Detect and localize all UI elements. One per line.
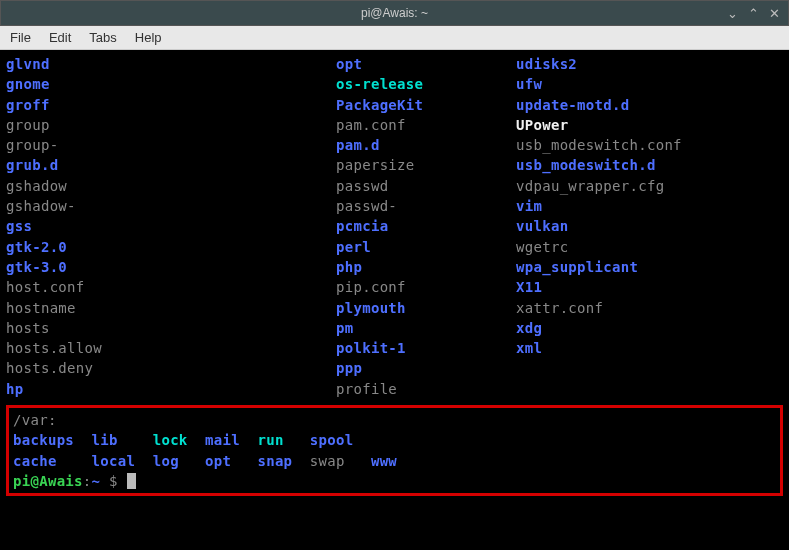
listing-entry: polkit-1 — [336, 338, 516, 358]
terminal[interactable]: glvndoptudisks2gnomeos-releaseufwgroffPa… — [0, 50, 789, 550]
listing-entry: gshadow- — [6, 196, 336, 216]
var-row-2: cache local log opt snap swap www — [13, 451, 776, 471]
listing-entry: profile — [336, 379, 516, 399]
listing-entry: pcmcia — [336, 216, 516, 236]
menu-tabs[interactable]: Tabs — [89, 30, 116, 45]
listing-entry — [516, 379, 783, 399]
listing-entry: xml — [516, 338, 783, 358]
listing-entry: php — [336, 257, 516, 277]
listing-entry: gshadow — [6, 176, 336, 196]
window-titlebar: pi@Awais: ~ ⌄ ⌃ ✕ — [0, 0, 789, 26]
minimize-button[interactable]: ⌄ — [727, 6, 738, 21]
listing-entry: usb_modeswitch.conf — [516, 135, 783, 155]
var-entry: log — [153, 453, 205, 469]
listing-entry: gnome — [6, 74, 336, 94]
listing-entry: gss — [6, 216, 336, 236]
listing-entry: grub.d — [6, 155, 336, 175]
listing-entry: hosts.deny — [6, 358, 336, 378]
highlight-box: /var: backups lib lock mail run spool ca… — [6, 405, 783, 496]
listing-entry: passwd- — [336, 196, 516, 216]
menu-help[interactable]: Help — [135, 30, 162, 45]
listing-entry: hp — [6, 379, 336, 399]
listing-entry: os-release — [336, 74, 516, 94]
var-entry: run — [257, 432, 309, 448]
directory-listing: glvndoptudisks2gnomeos-releaseufwgroffPa… — [6, 54, 783, 399]
var-entry: cache — [13, 453, 92, 469]
listing-entry — [516, 358, 783, 378]
listing-entry: papersize — [336, 155, 516, 175]
listing-entry: pm — [336, 318, 516, 338]
listing-entry: wpa_supplicant — [516, 257, 783, 277]
var-entry: opt — [205, 453, 257, 469]
listing-entry: hosts.allow — [6, 338, 336, 358]
listing-entry: vim — [516, 196, 783, 216]
var-entry: lib — [92, 432, 153, 448]
listing-entry: udisks2 — [516, 54, 783, 74]
listing-entry: pam.d — [336, 135, 516, 155]
var-entry: www — [371, 453, 415, 469]
listing-entry: PackageKit — [336, 95, 516, 115]
listing-entry: groff — [6, 95, 336, 115]
prompt-user-host: pi@Awais — [13, 473, 83, 489]
listing-entry: opt — [336, 54, 516, 74]
var-section-header: /var: — [13, 410, 776, 430]
window-title: pi@Awais: ~ — [361, 6, 428, 20]
maximize-button[interactable]: ⌃ — [748, 6, 759, 21]
cursor — [127, 473, 136, 489]
var-entry: backups — [13, 432, 92, 448]
var-entry: spool — [310, 432, 371, 448]
var-row-1: backups lib lock mail run spool — [13, 430, 776, 450]
listing-entry: vdpau_wrapper.cfg — [516, 176, 783, 196]
menubar: File Edit Tabs Help — [0, 26, 789, 50]
listing-entry: wgetrc — [516, 237, 783, 257]
listing-entry: usb_modeswitch.d — [516, 155, 783, 175]
window-controls: ⌄ ⌃ ✕ — [727, 6, 780, 21]
prompt-line[interactable]: pi@Awais:~ $ — [13, 471, 776, 491]
var-entry: swap — [310, 453, 371, 469]
listing-entry: host.conf — [6, 277, 336, 297]
listing-entry: hosts — [6, 318, 336, 338]
listing-entry: hostname — [6, 298, 336, 318]
prompt-sep: : — [83, 473, 92, 489]
listing-entry: xdg — [516, 318, 783, 338]
listing-entry: passwd — [336, 176, 516, 196]
listing-entry: group- — [6, 135, 336, 155]
listing-entry: UPower — [516, 115, 783, 135]
listing-entry: update-motd.d — [516, 95, 783, 115]
listing-entry: xattr.conf — [516, 298, 783, 318]
listing-entry: gtk-2.0 — [6, 237, 336, 257]
listing-entry: gtk-3.0 — [6, 257, 336, 277]
listing-entry: group — [6, 115, 336, 135]
listing-entry: glvnd — [6, 54, 336, 74]
listing-entry: plymouth — [336, 298, 516, 318]
listing-entry: pam.conf — [336, 115, 516, 135]
prompt-symbol: $ — [100, 473, 126, 489]
listing-entry: X11 — [516, 277, 783, 297]
menu-file[interactable]: File — [10, 30, 31, 45]
close-button[interactable]: ✕ — [769, 6, 780, 21]
var-entry: lock — [153, 432, 205, 448]
listing-entry: pip.conf — [336, 277, 516, 297]
var-entry: local — [92, 453, 153, 469]
listing-entry: perl — [336, 237, 516, 257]
menu-edit[interactable]: Edit — [49, 30, 71, 45]
listing-entry: vulkan — [516, 216, 783, 236]
listing-entry: ppp — [336, 358, 516, 378]
var-entry: mail — [205, 432, 257, 448]
prompt-path: ~ — [92, 473, 101, 489]
var-entry: snap — [257, 453, 309, 469]
listing-entry: ufw — [516, 74, 783, 94]
